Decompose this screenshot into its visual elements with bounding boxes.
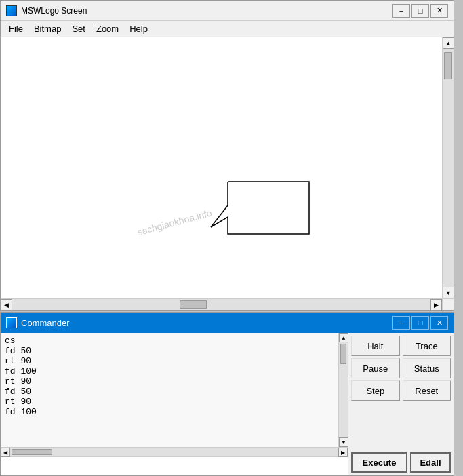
main-window: MSWLogo Screen − □ ✕ File Bitmap Set Zoo… [0,0,454,311]
code-scrollbar-v[interactable]: ▲ ▼ [338,333,348,447]
scroll-up-button[interactable]: ▲ [443,37,454,49]
btn-row-2: Pause Status [351,358,451,378]
execute-button[interactable]: Execute [351,452,407,473]
menu-bitmap[interactable]: Bitmap [28,22,66,35]
step-button[interactable]: Step [351,380,400,401]
code-line-4: fd 100 [5,366,344,376]
main-maximize-button[interactable]: □ [411,4,429,18]
commander-icon [6,317,17,328]
commander-title-buttons: − □ ✕ [392,316,448,330]
code-line-2: fd 50 [5,346,344,356]
canvas-area: sachgiaokhoa.info ▲ ▼ ◀ ▶ [1,37,454,310]
code-line-7: rt 90 [5,397,344,407]
code-scroll-down[interactable]: ▼ [339,437,348,447]
commander-minimize-button[interactable]: − [392,316,410,330]
code-scroll-thumb-v[interactable] [340,344,346,364]
code-line-5: rt 90 [5,376,344,386]
scroll-track-h[interactable] [12,299,430,310]
menu-set[interactable]: Set [66,22,91,35]
main-minimize-button[interactable]: − [392,4,410,18]
commander-maximize-button[interactable]: □ [411,316,429,330]
edall-button[interactable]: Edall [410,452,451,473]
main-scrollbar-vertical[interactable]: ▲ ▼ [442,37,454,298]
main-close-button[interactable]: ✕ [430,4,448,18]
scroll-corner [442,298,454,310]
scroll-left-button[interactable]: ◀ [1,299,12,310]
code-area: cs fd 50 rt 90 fd 100 rt 90 fd 50 rt 90 … [1,333,348,475]
main-window-title: MSWLogo Screen [21,6,392,16]
pause-button[interactable]: Pause [351,358,400,378]
code-line-3: rt 90 [5,356,344,366]
scroll-right-button[interactable]: ▶ [430,299,442,310]
btn-row-3: Step Reset [351,380,451,401]
code-line-8: fd 100 [5,407,344,417]
commander-close-button[interactable]: ✕ [430,316,448,330]
main-window-icon [6,5,17,16]
menu-zoom[interactable]: Zoom [91,22,124,35]
scroll-track-v[interactable] [443,49,454,287]
main-title-bar: MSWLogo Screen − □ ✕ [1,1,454,21]
trace-button[interactable]: Trace [403,336,451,356]
commander-window: Commander − □ ✕ cs fd 50 rt 90 fd 100 rt… [0,312,454,476]
code-scrollbar-h[interactable]: ◀ ▶ [1,447,348,456]
code-line-6: fd 50 [5,386,344,397]
code-scroll-track-v[interactable] [339,342,348,437]
scroll-thumb-h[interactable] [180,300,207,309]
commander-title-bar: Commander − □ ✕ [1,313,454,333]
code-scroll-left[interactable]: ◀ [1,448,10,457]
code-scroll-thumb-h[interactable] [12,449,52,455]
scroll-thumb-v[interactable] [444,52,452,79]
halt-button[interactable]: Halt [351,336,400,356]
code-scroll-up[interactable]: ▲ [339,333,348,342]
menu-help[interactable]: Help [124,22,153,35]
code-scroll-track-h[interactable] [10,448,338,456]
menu-bar: File Bitmap Set Zoom Help [1,21,454,37]
main-title-buttons: − □ ✕ [392,4,448,18]
right-panel: Halt Trace Pause Status Step Reset Execu… [348,333,454,475]
code-line-1: cs [5,336,344,346]
code-output: cs fd 50 rt 90 fd 100 rt 90 fd 50 rt 90 … [1,333,348,447]
status-button[interactable]: Status [403,358,451,378]
reset-button[interactable]: Reset [403,380,451,401]
bottom-btn-row: Execute Edall [351,450,451,473]
command-input[interactable] [1,457,348,475]
btn-row-1: Halt Trace [351,336,451,356]
commander-title-text: Commander [21,318,392,328]
menu-file[interactable]: File [3,22,28,35]
canvas-drawing [1,37,454,310]
commander-body: cs fd 50 rt 90 fd 100 rt 90 fd 50 rt 90 … [1,333,454,475]
command-input-row [1,456,348,475]
main-scrollbar-horizontal[interactable]: ◀ ▶ [1,298,442,310]
code-scroll-right[interactable]: ▶ [338,448,348,457]
scroll-down-button[interactable]: ▼ [443,287,454,298]
